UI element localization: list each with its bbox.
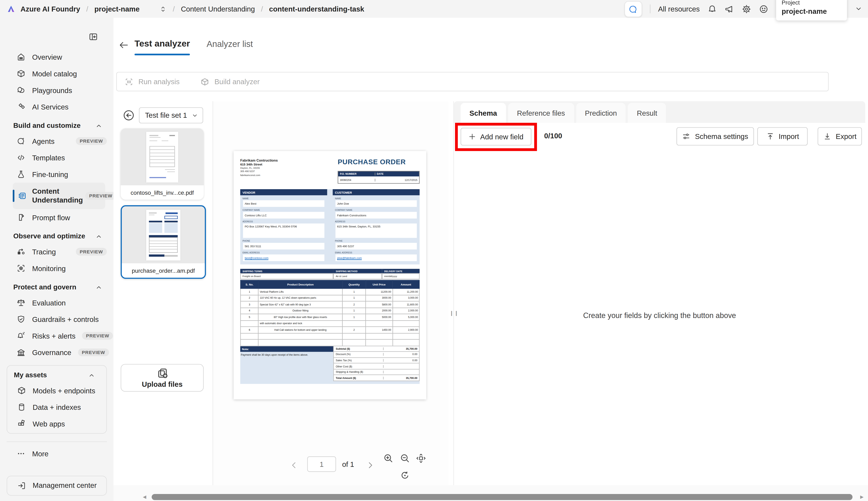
doc-ship-method-label: SHIPPING METHOD [334, 269, 382, 273]
horizontal-scrollbar[interactable]: ◀ ▶ [148, 494, 857, 500]
breadcrumb-app-name[interactable]: Azure AI Foundry [20, 5, 80, 13]
tab-reference-files[interactable]: Reference files [508, 103, 574, 123]
sidebar-item-overview[interactable]: Overview [0, 49, 114, 65]
sidebar-item-templates[interactable]: Templates [0, 149, 114, 166]
sidebar-item-ai-services[interactable]: AI Services [0, 98, 114, 115]
document-page[interactable]: Fabrikam Contructions 615 34th Street Da… [233, 151, 426, 399]
cube-icon [201, 77, 209, 86]
feedback-smiley-icon[interactable] [759, 4, 768, 13]
doc-city: Dayton, FL, 33155 [240, 166, 278, 170]
section-title: Protect and govern [13, 283, 76, 291]
all-resources-link[interactable]: All resources [658, 5, 700, 13]
sidebar-item-model-catalog[interactable]: Model catalog [0, 65, 114, 82]
notifications-bell-icon[interactable] [708, 4, 717, 13]
sidebar-item-playgrounds[interactable]: Playgrounds [0, 82, 114, 99]
scales-icon [17, 298, 25, 307]
doc-vendor-phone: 581 353 5111 [243, 243, 324, 249]
sidebar-section-protect-and-govern[interactable]: Protect and govern [0, 280, 114, 294]
sliders-icon [682, 132, 690, 140]
breadcrumb-task[interactable]: content-understanding-task [269, 5, 364, 13]
monitoring-eye-icon [17, 264, 25, 273]
breadcrumb-project[interactable]: project-name [94, 5, 139, 13]
doc-item-row: 580" High low profile door with fiber gl… [241, 314, 419, 320]
collapse-file-panel-icon[interactable] [122, 109, 135, 122]
management-center-button[interactable]: Management center [7, 476, 107, 495]
sidebar-item-label: More [32, 449, 49, 458]
zoom-in-icon[interactable] [383, 453, 394, 463]
scrollbar-thumb[interactable] [151, 494, 853, 500]
settings-gear-icon[interactable] [742, 4, 751, 13]
sidebar-item-governance[interactable]: Governance PREVIEW [0, 344, 114, 361]
chevron-down-icon[interactable] [855, 5, 862, 13]
tab-prediction[interactable]: Prediction [576, 103, 626, 123]
page-number-input[interactable] [307, 456, 336, 472]
file-thumbnail-invoice[interactable]: contoso_lifts_inv...ce.pdf [121, 128, 204, 200]
next-page-icon[interactable] [366, 461, 375, 470]
sidebar-item-prompt-flow[interactable]: Prompt flow [0, 209, 114, 226]
left-sidebar: Overview Model catalog Playgrounds AI Se… [0, 18, 114, 501]
rotate-icon[interactable] [400, 470, 410, 481]
previous-page-icon[interactable] [290, 461, 299, 470]
build-analyzer-label: Build analyzer [215, 77, 260, 86]
tab-result[interactable]: Result [628, 103, 666, 123]
sidebar-item-tracing[interactable]: Tracing PREVIEW [0, 244, 114, 260]
tab-schema[interactable]: Schema [461, 103, 506, 123]
build-analyzer-button[interactable]: Build analyzer [201, 77, 260, 86]
doc-label: COMPANY NAME [333, 207, 420, 212]
doc-customer-header: CUSTOMER [333, 189, 420, 195]
sidebar-item-data-indexes[interactable]: Data + indexes [7, 399, 106, 416]
back-arrow-icon[interactable] [118, 40, 129, 51]
database-icon [17, 403, 26, 412]
sidebar-item-more[interactable]: More [0, 445, 114, 462]
schema-settings-button[interactable]: Schema settings [677, 127, 754, 146]
doc-ship-method: Air & Land [334, 273, 382, 279]
sidebar-section-my-assets[interactable]: My assets [7, 368, 106, 382]
tab-test-analyzer[interactable]: Test analyzer [135, 39, 190, 55]
sidebar-item-models-endpoints[interactable]: Models + endpoints [7, 382, 106, 399]
sidebar-item-monitoring[interactable]: Monitoring [0, 260, 114, 277]
sidebar-item-agents[interactable]: Agents PREVIEW [0, 133, 114, 149]
sidebar-item-fine-tuning[interactable]: Fine-tuning [0, 166, 114, 183]
collapse-sidebar-icon[interactable] [88, 32, 98, 42]
announcements-megaphone-icon[interactable] [725, 4, 734, 13]
project-selector[interactable]: Project project-name [776, 0, 847, 20]
sidebar-section-build-and-customize[interactable]: Build and customize [0, 118, 114, 133]
zoom-out-icon[interactable] [400, 453, 410, 463]
copilot-button[interactable] [624, 1, 642, 17]
tab-label: Result [637, 109, 657, 117]
scroll-right-arrow-icon[interactable]: ▶ [860, 494, 864, 500]
doc-delivery-date: mm/dd/yyyy [382, 273, 420, 279]
doc-vendor-company: Contoso Lifts LLC [243, 212, 324, 218]
azure-ai-foundry-logo-icon[interactable] [7, 4, 15, 13]
doc-web: fabrikamconst.com [240, 173, 278, 177]
run-analysis-button[interactable]: Run analysis [125, 77, 180, 86]
sidebar-item-evaluation[interactable]: Evaluation [0, 294, 114, 311]
sidebar-item-guardrails-controls[interactable]: Guardrails + controls [0, 311, 114, 328]
file-thumbnail-purchase-order[interactable]: purchase_order...am.pdf [121, 205, 206, 279]
import-button[interactable]: Import [757, 127, 808, 146]
sidebar-item-web-apps[interactable]: Web apps [7, 415, 106, 432]
breadcrumb-section[interactable]: Content Understanding [181, 5, 255, 13]
sidebar-item-content-understanding[interactable]: Content Understanding PREVIEW [13, 183, 105, 209]
doc-title: PURCHASE ORDER [338, 158, 420, 166]
add-new-field-button[interactable]: Add new field [461, 128, 531, 146]
sidebar-section-observe-and-optimize[interactable]: Observe and optimize [0, 229, 114, 244]
scroll-left-arrow-icon[interactable]: ◀ [143, 494, 146, 500]
tab-label: Analyzer list [207, 39, 253, 49]
upload-files-button[interactable]: Upload files [121, 364, 204, 392]
file-set-label: Test file set 1 [145, 111, 187, 119]
tab-analyzer-list[interactable]: Analyzer list [207, 39, 253, 49]
project-switcher-icon[interactable] [159, 6, 167, 12]
file-set-dropdown[interactable]: Test file set 1 [139, 107, 203, 123]
doc-customer-phone: 305 490 5237 [336, 243, 417, 249]
doc-label: PHONE [333, 238, 420, 243]
sidebar-item-label: Evaluation [32, 298, 66, 307]
plus-icon [469, 133, 477, 141]
chevron-up-icon [88, 372, 95, 379]
panel-resize-divider[interactable]: ❙❙ [448, 101, 454, 485]
sidebar-item-label: Monitoring [32, 264, 66, 272]
export-button[interactable]: Export [817, 127, 862, 146]
sidebar-item-risks-alerts[interactable]: Risks + alerts PREVIEW [0, 328, 114, 344]
prompt-flow-icon [17, 213, 25, 222]
fit-to-page-icon[interactable] [416, 453, 426, 463]
